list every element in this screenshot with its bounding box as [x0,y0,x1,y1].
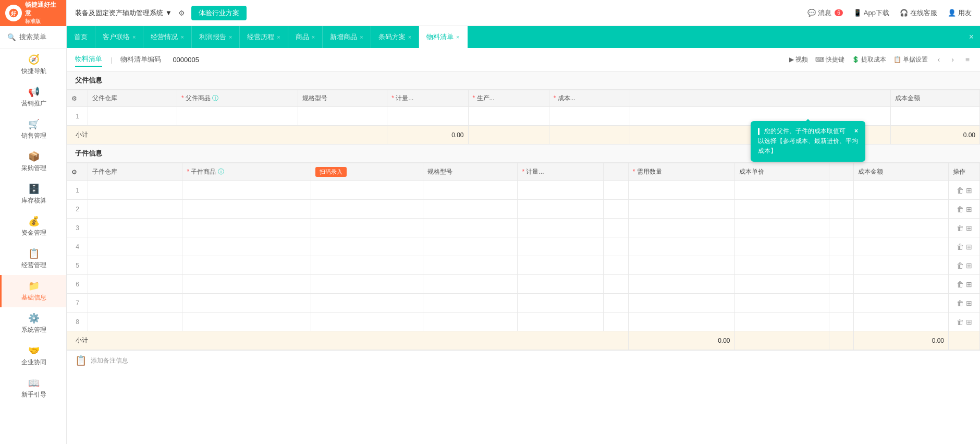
child-row-8-copy-icon[interactable]: ⊞ [966,318,972,326]
child-th-setting[interactable]: ⚙ [67,163,88,181]
parent-goods-info-icon[interactable]: ⓘ [212,94,218,102]
finance-icon: 💰 [28,215,40,227]
trial-button[interactable]: 体验行业方案 [191,6,247,20]
tab-barcode[interactable]: 条码方案 × [371,26,419,48]
sidebar-item-quick-nav[interactable]: 🧭 快捷导航 [0,49,66,81]
tooltip-close-btn[interactable]: × [854,126,858,136]
sidebar-item-guide[interactable]: 📖 新手引导 [0,372,66,404]
parent-row-1-unit[interactable] [387,107,468,126]
guide-icon: 📖 [28,377,40,389]
tab-profit-close[interactable]: × [229,34,232,40]
app-download-label: App下载 [864,8,889,18]
child-row-3-copy-icon[interactable]: ⊞ [966,224,972,232]
child-row-1-qty[interactable] [628,181,734,200]
sidebar-item-finance[interactable]: 💰 资金管理 [0,210,66,243]
add-note-label[interactable]: 添加备注信息 [91,356,128,365]
tab-goods[interactable]: 商品 × [288,26,323,48]
sub-tab-bom[interactable]: 物料清单 [75,52,102,67]
sidebar-item-marketing-label: 营销推广 [21,99,46,108]
tab-goods-close[interactable]: × [312,34,315,40]
prev-record-btn[interactable]: ‹ [935,55,942,64]
child-row-4-delete-icon[interactable]: 🗑 [957,243,964,251]
child-row-2-delete-icon[interactable]: 🗑 [957,205,964,213]
tab-customer[interactable]: 客户联络 × [95,26,143,48]
sidebar-item-basic-info[interactable]: 📁 基础信息 [0,275,66,307]
child-row-1-unit-cost[interactable] [734,181,829,200]
child-row-7-copy-icon[interactable]: ⊞ [966,299,972,307]
tab-bom-close[interactable]: × [456,34,459,40]
child-row-2-goods[interactable] [182,200,311,219]
tab-operations-close[interactable]: × [180,34,183,40]
child-row-5-copy-icon[interactable]: ⊞ [966,261,972,270]
expand-btn[interactable]: ≡ [963,55,972,64]
doc-settings-action[interactable]: 📋 单据设置 [893,55,928,64]
child-row-5-delete-icon[interactable]: 🗑 [957,261,964,270]
scan-input-btn[interactable]: 扫码录入 [315,167,347,177]
tab-home[interactable]: 首页 [67,26,95,48]
sidebar-item-purchase[interactable]: 📦 采购管理 [0,146,66,178]
sidebar-item-inventory[interactable]: 🗄️ 库存核算 [0,178,66,210]
child-row-8-delete-icon[interactable]: 🗑 [957,318,964,326]
child-row-1-spec[interactable] [423,181,518,200]
note-icon[interactable]: 📋 [75,355,87,366]
sidebar-item-system[interactable]: ⚙️ 系统管理 [0,307,66,340]
child-th-goods: * 子件商品 ⓘ [182,163,311,181]
sidebar-item-marketing[interactable]: 📢 营销推广 [0,81,66,113]
parent-row-1-spec[interactable] [298,107,387,126]
bottom-bar: 📋 添加备注信息 [67,350,980,370]
child-row-1-goods[interactable] [182,181,311,200]
parent-subtotal-empty2 [549,126,630,145]
message-button[interactable]: 💬 消息 6 [807,8,843,18]
parent-section-title: 父件信息 [67,71,980,90]
child-row-2-copy-icon[interactable]: ⊞ [966,205,972,213]
parent-row-1-warehouse[interactable] [88,107,177,126]
system-selector[interactable]: 装备及固定资产辅助管理系统 ▼ [75,8,172,18]
extract-cost-action[interactable]: 💲 提取成本 [852,55,886,64]
child-th-action: 操作 [949,163,980,181]
tab-profit-report[interactable]: 利润报告 × [192,26,240,48]
child-row-1-warehouse[interactable] [88,181,182,200]
parent-row-1-produce[interactable] [468,107,549,126]
child-row-7-delete-icon[interactable]: 🗑 [957,299,964,307]
sidebar-item-sales[interactable]: 🛒 销售管理 [0,113,66,146]
shortcut-action[interactable]: ⌨ 快捷键 [815,55,844,64]
sub-tab-bom-code-label: 物料清单编码 [120,55,161,64]
child-th-unit: * 计量... [518,163,604,181]
child-row-2-warehouse[interactable] [88,200,182,219]
sidebar-item-operations[interactable]: 📋 经营管理 [0,243,66,275]
parent-th-empty [630,90,890,107]
tab-history-close[interactable]: × [277,34,280,40]
tab-add-goods-close[interactable]: × [360,34,363,40]
tab-bom[interactable]: 物料清单 × [419,26,467,48]
search-menu-button[interactable]: 🔍 搜索菜单 [4,30,62,44]
parent-row-1-goods[interactable] [177,107,298,126]
tab-add-goods[interactable]: 新增商品 × [323,26,371,48]
gear-settings-icon[interactable]: ⚙ [178,9,185,17]
child-row-3-delete-icon[interactable]: 🗑 [957,224,964,232]
close-all-tabs[interactable]: × [963,32,980,42]
child-row-1-delete-icon[interactable]: 🗑 [957,186,964,195]
next-record-btn[interactable]: › [949,55,956,64]
user-menu-button[interactable]: 👤 用友 [948,8,972,18]
tab-barcode-close[interactable]: × [408,34,411,40]
tab-add-goods-label: 新增商品 [330,32,357,42]
parent-row-1-cost[interactable] [549,107,630,126]
tab-operations-status[interactable]: 经营情况 × [143,26,191,48]
search-icon: 🔍 [7,33,16,41]
parent-th-setting[interactable]: ⚙ [67,90,88,107]
top-header: 装备及固定资产辅助管理系统 ▼ ⚙ 体验行业方案 💬 消息 6 📱 App下载 … [67,0,980,26]
app-download-button[interactable]: 📱 App下载 [853,8,889,18]
child-row-1-scan [311,181,423,200]
child-row-4-copy-icon[interactable]: ⊞ [966,243,972,251]
child-row-1-unit[interactable] [518,181,604,200]
online-support-button[interactable]: 🎧 在线客服 [900,8,937,18]
tab-operations-history[interactable]: 经营历程 × [240,26,288,48]
sidebar-item-operations-label: 经营管理 [21,261,46,270]
tab-customer-close[interactable]: × [132,34,136,40]
video-action[interactable]: ▶ 视频 [789,55,808,64]
child-goods-info-icon[interactable]: ⓘ [218,168,224,175]
sidebar-item-enterprise[interactable]: 🤝 企业协同 [0,340,66,372]
child-row-1-copy-icon[interactable]: ⊞ [966,186,972,195]
child-row-6-delete-icon[interactable]: 🗑 [957,280,964,289]
child-row-6-copy-icon[interactable]: ⊞ [966,280,972,289]
